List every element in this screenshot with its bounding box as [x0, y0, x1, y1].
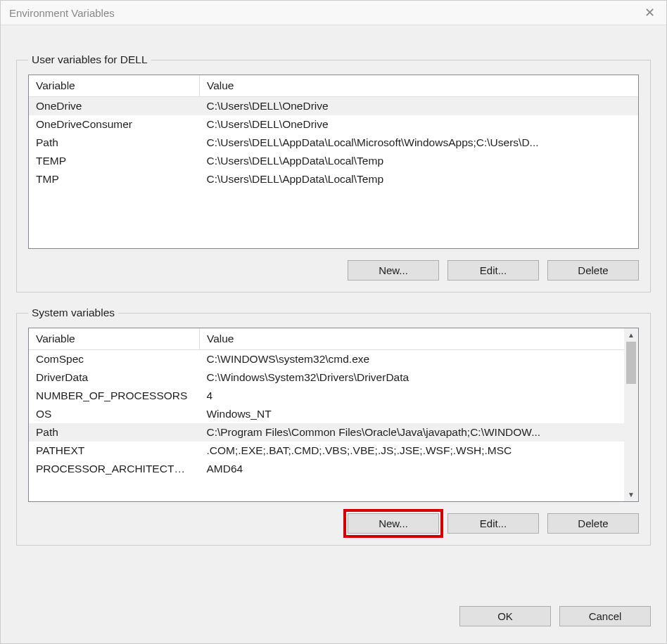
system-buttons-row: New... Edit... Delete — [28, 513, 639, 534]
system-var-row[interactable]: ComSpecC:\WINDOWS\system32\cmd.exe — [29, 350, 638, 369]
system-var-cell-variable: DriverData — [29, 368, 199, 387]
user-buttons-row: New... Edit... Delete — [28, 260, 639, 281]
system-var-cell-value: Windows_NT — [199, 405, 638, 423]
system-var-row[interactable]: PathC:\Program Files\Common Files\Oracle… — [29, 423, 638, 442]
user-variables-legend: User variables for DELL — [28, 53, 151, 66]
system-var-cell-value: C:\Windows\System32\Drivers\DriverData — [199, 368, 638, 387]
system-header-value[interactable]: Value — [199, 328, 638, 350]
user-var-cell-variable: OneDrive — [29, 97, 199, 116]
scroll-down-icon[interactable]: ▼ — [628, 489, 635, 500]
system-edit-button[interactable]: Edit... — [447, 513, 539, 534]
system-scrollbar[interactable]: ▲ ▼ — [624, 328, 638, 501]
user-var-cell-value: C:\Users\DELL\OneDrive — [199, 97, 638, 116]
user-edit-button[interactable]: Edit... — [447, 260, 539, 281]
scroll-thumb[interactable] — [626, 342, 636, 384]
user-var-cell-variable: TEMP — [29, 152, 199, 170]
system-variables-table[interactable]: Variable Value ComSpecC:\WINDOWS\system3… — [29, 328, 638, 478]
system-variables-table-container: Variable Value ComSpecC:\WINDOWS\system3… — [28, 328, 639, 502]
system-header-variable[interactable]: Variable — [29, 328, 199, 350]
system-var-row[interactable]: PATHEXT.COM;.EXE;.BAT;.CMD;.VBS;.VBE;.JS… — [29, 442, 638, 460]
system-variables-group: System variables Variable Value ComSpecC… — [16, 307, 651, 546]
user-var-cell-variable: TMP — [29, 170, 199, 188]
system-var-row[interactable]: NUMBER_OF_PROCESSORS4 — [29, 387, 638, 405]
environment-variables-dialog: Environment Variables ✕ User variables f… — [0, 0, 667, 644]
scroll-up-icon[interactable]: ▲ — [628, 330, 635, 340]
user-header-variable[interactable]: Variable — [29, 75, 199, 97]
system-new-button[interactable]: New... — [348, 513, 439, 534]
titlebar: Environment Variables ✕ — [1, 1, 666, 25]
user-var-cell-value: C:\Users\DELL\OneDrive — [199, 115, 638, 134]
user-var-cell-variable: Path — [29, 134, 199, 152]
user-var-row[interactable]: TEMPC:\Users\DELL\AppData\Local\Temp — [29, 152, 638, 170]
system-var-row[interactable]: OSWindows_NT — [29, 405, 638, 423]
system-var-cell-variable: Path — [29, 423, 199, 442]
system-var-cell-variable: PATHEXT — [29, 442, 199, 460]
ok-button[interactable]: OK — [459, 606, 551, 626]
system-delete-button[interactable]: Delete — [547, 513, 639, 534]
user-var-row[interactable]: TMPC:\Users\DELL\AppData\Local\Temp — [29, 170, 638, 188]
system-var-cell-variable: ComSpec — [29, 350, 199, 369]
user-var-cell-variable: OneDriveConsumer — [29, 115, 199, 134]
user-variables-group: User variables for DELL Variable Value O… — [16, 53, 651, 292]
system-variables-legend: System variables — [28, 307, 118, 319]
user-variables-table[interactable]: Variable Value OneDriveC:\Users\DELL\One… — [29, 75, 638, 188]
dialog-content: User variables for DELL Variable Value O… — [1, 25, 666, 592]
user-var-cell-value: C:\Users\DELL\AppData\Local\Temp — [199, 152, 638, 170]
system-var-cell-variable: PROCESSOR_ARCHITECTURE — [29, 460, 199, 478]
user-variables-table-container: Variable Value OneDriveC:\Users\DELL\One… — [28, 75, 639, 249]
user-var-cell-value: C:\Users\DELL\AppData\Local\Temp — [199, 170, 638, 188]
system-var-row[interactable]: PROCESSOR_ARCHITECTUREAMD64 — [29, 460, 638, 478]
system-var-cell-value: AMD64 — [199, 460, 638, 478]
system-var-cell-value: C:\Program Files\Common Files\Oracle\Jav… — [199, 423, 638, 442]
window-title: Environment Variables — [9, 7, 115, 19]
close-icon[interactable]: ✕ — [640, 5, 659, 20]
user-var-row[interactable]: OneDriveC:\Users\DELL\OneDrive — [29, 97, 638, 116]
user-header-value[interactable]: Value — [199, 75, 638, 97]
system-var-cell-variable: OS — [29, 405, 199, 423]
user-delete-button[interactable]: Delete — [547, 260, 639, 281]
system-var-row[interactable]: DriverDataC:\Windows\System32\Drivers\Dr… — [29, 368, 638, 387]
cancel-button[interactable]: Cancel — [559, 606, 651, 626]
user-new-button[interactable]: New... — [348, 260, 439, 281]
dialog-footer: OK Cancel — [1, 592, 666, 643]
system-var-cell-value: C:\WINDOWS\system32\cmd.exe — [199, 350, 638, 369]
user-var-row[interactable]: PathC:\Users\DELL\AppData\Local\Microsof… — [29, 134, 638, 152]
system-var-cell-variable: NUMBER_OF_PROCESSORS — [29, 387, 199, 405]
user-var-row[interactable]: OneDriveConsumerC:\Users\DELL\OneDrive — [29, 115, 638, 134]
system-var-cell-value: .COM;.EXE;.BAT;.CMD;.VBS;.VBE;.JS;.JSE;.… — [199, 442, 638, 460]
system-var-cell-value: 4 — [199, 387, 638, 405]
user-var-cell-value: C:\Users\DELL\AppData\Local\Microsoft\Wi… — [199, 134, 638, 152]
